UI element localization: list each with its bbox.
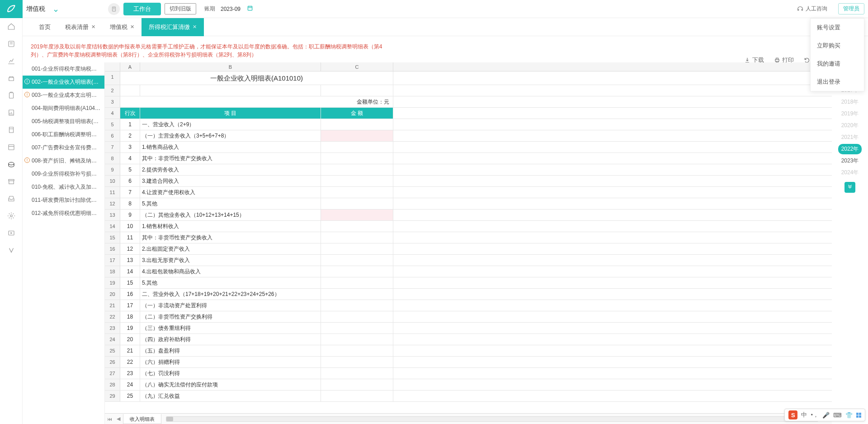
row-number[interactable]: 15 — [105, 232, 120, 243]
row-number[interactable]: 14 — [105, 221, 120, 232]
cell[interactable] — [321, 198, 393, 209]
cell[interactable] — [321, 277, 393, 288]
rail-clipboard-icon[interactable] — [0, 87, 23, 104]
ime-skin-icon[interactable]: 👕 — [845, 412, 853, 419]
cell[interactable]: 8 — [120, 198, 140, 209]
cell[interactable] — [321, 289, 393, 300]
cell[interactable]: （四）政府补助利得 — [140, 334, 321, 345]
tab-close-icon[interactable]: ✕ — [193, 24, 197, 30]
form-list-item[interactable]: 006-职工薪酬纳税调整明细... — [23, 128, 104, 141]
row-number[interactable]: 1 — [105, 71, 120, 85]
workbench-button[interactable]: 工作台 — [123, 3, 161, 15]
cell[interactable]: 5.其他 — [140, 198, 321, 209]
rail-v-icon[interactable] — [0, 242, 23, 259]
row-number[interactable]: 29 — [105, 391, 120, 401]
cell[interactable]: 21 — [120, 345, 140, 356]
row-number[interactable]: 2 — [105, 85, 120, 96]
rail-settings-icon[interactable] — [0, 207, 23, 224]
rail-book-icon[interactable] — [0, 35, 23, 52]
tab-0[interactable]: 首页 — [32, 18, 58, 36]
cell[interactable] — [321, 334, 393, 345]
cell[interactable]: （二）非货币性资产交换利得 — [140, 311, 321, 322]
cell[interactable] — [140, 85, 321, 96]
form-list-item[interactable]: 004-期间费用明细表(A1040... — [23, 102, 104, 115]
row-number[interactable]: 19 — [105, 277, 120, 288]
form-list-item[interactable]: 005-纳税调整项目明细表(A1... — [23, 115, 104, 128]
cell[interactable]: 1.销售材料收入 — [140, 221, 321, 232]
cell[interactable]: 24 — [120, 379, 140, 390]
cell[interactable]: 25 — [120, 391, 140, 401]
cell[interactable]: 5 — [120, 164, 140, 175]
cell[interactable]: 其中：非货币性资产交换收入 — [140, 153, 321, 164]
row-number[interactable]: 22 — [105, 311, 120, 322]
ime-mic-icon[interactable]: 🎤 — [822, 412, 830, 419]
cell[interactable] — [321, 379, 393, 390]
cell[interactable] — [321, 164, 393, 175]
row-number[interactable]: 18 — [105, 266, 120, 277]
cell[interactable]: 二、营业外收入（17+18+19+20+21+22+23+24+25+26） — [140, 289, 321, 300]
row-number[interactable]: 6 — [105, 130, 120, 141]
cell[interactable]: 项 目 — [140, 108, 321, 119]
cell[interactable]: 一、营业收入（2+9） — [140, 119, 321, 130]
cell[interactable]: 6 — [120, 176, 140, 186]
form-list-item[interactable]: 010-免税、减计收入及加计... — [23, 181, 104, 194]
row-number[interactable]: 8 — [105, 153, 120, 164]
rail-inbox-icon[interactable] — [0, 190, 23, 207]
cell[interactable]: 4.出租包装物和商品收入 — [140, 266, 321, 277]
col-header-c[interactable]: C — [321, 62, 393, 71]
row-number[interactable]: 11 — [105, 187, 120, 198]
row-number[interactable]: 20 — [105, 289, 120, 300]
form-list-item[interactable]: 012-减免所得税优惠明细表(... — [23, 207, 104, 220]
admin-button[interactable]: 管理员 — [838, 3, 864, 14]
cell[interactable]: （一）非流动资产处置利得 — [140, 300, 321, 311]
cell[interactable] — [321, 232, 393, 243]
year-option[interactable]: 2022年 — [838, 144, 862, 154]
sheet-nav-prev-icon[interactable]: ◀ — [114, 416, 123, 422]
row-number[interactable]: 3 — [105, 96, 120, 107]
cell[interactable]: （九）汇兑收益 — [140, 391, 321, 401]
menu-account-settings[interactable]: 账号设置 — [811, 19, 864, 37]
cell[interactable] — [321, 187, 393, 198]
cell[interactable]: 一般企业收入明细表(A101010) — [120, 71, 393, 85]
scrollbar-thumb[interactable] — [166, 417, 173, 421]
cell[interactable]: 20 — [120, 334, 140, 345]
cell[interactable]: 2.提供劳务收入 — [140, 164, 321, 175]
cell[interactable] — [120, 85, 140, 96]
cell[interactable]: 3.出租无形资产收入 — [140, 255, 321, 266]
form-list-item[interactable]: !008-资产折旧、摊销及纳税... — [23, 154, 104, 167]
cell[interactable] — [321, 311, 393, 322]
cell[interactable] — [321, 85, 393, 96]
cell[interactable]: 4.让渡资产使用权收入 — [140, 187, 321, 198]
cell[interactable]: 11 — [120, 232, 140, 243]
cell[interactable] — [321, 176, 393, 186]
cell[interactable]: 19 — [120, 323, 140, 333]
cell[interactable]: 2.出租固定资产收入 — [140, 243, 321, 254]
ime-punct-icon[interactable]: •， — [811, 411, 819, 419]
cell[interactable] — [321, 119, 393, 130]
menu-logout[interactable]: 退出登录 — [811, 73, 864, 91]
cell[interactable]: （八）确实无法偿付的应付款项 — [140, 379, 321, 390]
cell[interactable] — [321, 323, 393, 333]
tab-1[interactable]: 税表清册✕ — [58, 18, 103, 36]
form-list-item[interactable]: 007-广告费和业务宣传费跨... — [23, 141, 104, 154]
rail-home-icon[interactable] — [0, 18, 23, 35]
row-number[interactable]: 23 — [105, 323, 120, 333]
menu-my-invites[interactable]: 我的邀请 — [811, 55, 864, 73]
year-option[interactable]: 2018年 — [838, 97, 862, 107]
tab-2[interactable]: 增值税✕ — [103, 18, 142, 36]
cell[interactable] — [321, 368, 393, 379]
ime-keyboard-icon[interactable]: ⌨ — [833, 412, 842, 419]
cell[interactable]: 金额单位：元 — [120, 96, 393, 107]
row-number[interactable]: 24 — [105, 334, 120, 345]
cell[interactable]: （一）主营业务收入（3+5+6+7+8） — [140, 130, 321, 141]
cell[interactable]: 行次 — [120, 108, 140, 119]
cell[interactable] — [321, 210, 393, 220]
cell[interactable]: 3 — [120, 142, 140, 152]
row-number[interactable]: 7 — [105, 142, 120, 152]
cell[interactable]: 13 — [120, 255, 140, 266]
form-list-item[interactable]: !002-一般企业收入明细表(A1... — [23, 76, 104, 89]
calendar-icon[interactable] — [247, 5, 253, 13]
form-list-item[interactable]: 001-企业所得税年度纳税申... — [23, 62, 104, 76]
row-number[interactable]: 9 — [105, 164, 120, 175]
cell[interactable]: 15 — [120, 277, 140, 288]
